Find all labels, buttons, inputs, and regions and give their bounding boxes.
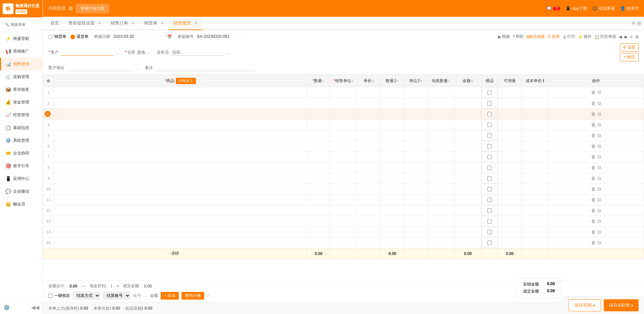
sidebar-item-sales[interactable]: 📊 销售管理 [0,58,43,70]
gift-checkbox-13[interactable] [487,219,492,224]
address-select-icon[interactable]: ... [136,65,140,71]
scan-input-button[interactable]: 扫码录入 [176,78,196,84]
tab-close-sales-return[interactable]: ✕ [194,21,198,25]
sidebar-item-app[interactable]: 📱 应用中心 [0,172,43,185]
delete-row-icon-10[interactable]: 🗑 [591,186,596,192]
th-amount[interactable]: 金额⇅ [454,75,481,87]
gift-checkbox-6[interactable] [487,144,492,148]
gift-checkbox-7[interactable] [487,155,492,159]
gift-checkbox-3[interactable] [487,112,492,116]
sidebar-item-system[interactable]: ⚙️ 系统管理 [0,134,43,147]
copy-row-icon-7[interactable]: ⧉ [598,154,601,160]
sidebar-item-operation[interactable]: 📈 经营管理 [0,109,43,121]
delete-row-icon-11[interactable]: 🗑 [591,197,596,203]
remark-input[interactable] [155,65,256,71]
sidebar-collapse-button[interactable]: ◀◀ [31,304,39,311]
warehouse-select-icon[interactable]: ... [147,50,151,55]
delete-row-icon-14[interactable]: 🗑 [591,229,596,235]
th-quantity2[interactable]: 数量2⇅ [381,75,404,87]
tab-price-setting[interactable]: 售价提取设置 ✕ [64,17,106,30]
copy-row-icon-6[interactable]: ⧉ [598,143,601,149]
th-gear[interactable]: ⚙ [43,75,54,87]
delete-row-icon-7[interactable]: 🗑 [591,154,596,160]
th-package-qty[interactable]: 包装数量⇅ [428,75,454,87]
gift-checkbox-2[interactable] [487,101,492,106]
add-payment-button[interactable]: + 添加 [161,292,179,300]
delete-row-icon-3[interactable]: 🗑 [591,111,596,117]
copy-row-icon-10[interactable]: ⧉ [598,186,601,192]
add-logistics-btn[interactable]: + 物流 [620,53,639,61]
tab-close-all-button[interactable]: ✕ [631,20,636,26]
tab-close-sales-delivery[interactable]: ✕ [161,21,164,25]
gift-checkbox-14[interactable] [487,230,492,234]
copy-row-icon-8[interactable]: ⧉ [598,165,601,171]
copy-row-icon-15[interactable]: ⧉ [598,240,601,246]
radio-return[interactable]: 退货单 [70,34,89,40]
gift-checkbox-10[interactable] [487,187,492,191]
th-unit-price[interactable]: 单价⇅ [357,75,381,87]
gift-checkbox-9[interactable] [487,176,492,181]
print-btn-toolbar[interactable]: 🖨 打印 [562,34,575,40]
delete-row-icon-8[interactable]: 🗑 [591,165,596,171]
add-row-button[interactable]: + [45,111,51,117]
onepay-checkbox[interactable] [48,294,53,298]
sidebar-settings-button[interactable]: ⚙️ [3,304,10,311]
th-sales-unit[interactable]: *销售单位⇅ [330,75,357,87]
copy-row-icon-1[interactable]: ⧉ [598,89,601,95]
delete-row-icon-6[interactable]: 🗑 [591,143,596,149]
tab-home[interactable]: 首页 [46,17,64,30]
tab-sales-return[interactable]: 销货退货 ✕ [169,17,202,30]
experience-btn[interactable]: 体验行业方案 [76,4,109,13]
delete-row-icon-1[interactable]: 🗑 [591,89,596,95]
next-btn[interactable]: ▶ [625,35,628,39]
salesperson-input[interactable] [171,49,224,56]
date-input[interactable] [112,34,165,40]
th-quantity[interactable]: *数量⇅ [307,75,330,87]
gift-checkbox-4[interactable] [487,123,492,127]
select-btn[interactable]: ☰ 选单 [547,34,560,40]
address-input[interactable] [66,65,133,71]
video-btn[interactable]: ▶ 视频 [498,34,510,40]
online-service-item[interactable]: 🎧 在线客服 [592,6,615,11]
copy-row-icon-5[interactable]: ⧉ [598,133,601,138]
copy-row-icon-9[interactable]: ⧉ [598,176,601,181]
help-btn[interactable]: ? 帮助 [513,34,524,40]
sidebar-item-inventory[interactable]: 📦 库存核算 [0,83,43,96]
sidebar-item-purchase[interactable]: 🛒 采购管理 [0,70,43,83]
copy-row-icon-4[interactable]: ⧉ [598,122,601,128]
th-unit2[interactable]: 单位2⇅ [404,75,428,87]
delete-row-icon-5[interactable]: 🗑 [591,133,596,138]
delete-row-icon-2[interactable]: 🗑 [591,101,596,106]
tab-close-sales-order[interactable]: ✕ [131,21,135,25]
delete-row-icon-13[interactable]: 🗑 [591,218,596,224]
gift-checkbox-15[interactable] [487,241,492,245]
search-menu-button[interactable]: 🔍 搜索菜单 [3,20,40,29]
product-input-row3[interactable] [55,112,305,116]
header-settings-button[interactable]: ⚙ [68,5,73,12]
sidebar-item-enterprise[interactable]: 🤝 企业协同 [0,147,43,160]
tab-close-price-setting[interactable]: ✕ [98,21,101,25]
sidebar-item-finance[interactable]: 💰 资金管理 [0,96,43,109]
delete-row-icon-9[interactable]: 🗑 [591,176,596,181]
gift-checkbox-11[interactable] [487,198,492,202]
delete-row-icon-15[interactable]: 🗑 [591,240,596,246]
settings-panel-btn[interactable]: ⚙ 设置 [620,43,639,52]
settlement-method-select[interactable]: 结算方式 [73,292,100,300]
user-profile-item[interactable]: 👤 徐泽华 [620,6,639,11]
gift-checkbox-12[interactable] [487,208,492,213]
accounting-method-select[interactable]: 结算账号 [103,292,130,300]
copy-row-icon-11[interactable]: ⧉ [598,197,601,203]
tab-sales-delivery[interactable]: 销货单 ✕ [140,17,169,30]
sidebar-item-guide[interactable]: 🎯 新手引导 [0,160,43,172]
copy-row-icon-12[interactable]: ⧉ [598,208,601,213]
history-btn[interactable]: 📋 历史单据 [594,34,616,40]
customer-select-icon[interactable]: ... [116,50,120,55]
prev-btn[interactable]: ◀ [619,35,622,39]
delete-row-icon-12[interactable]: 🗑 [591,208,596,213]
copy-row-icon-3[interactable]: ⧉ [598,111,601,117]
grid-view-btn[interactable]: ⊞ [635,35,639,39]
sidebar-item-marketing[interactable]: 📢 营销推广 [0,45,43,58]
copy-row-icon-2[interactable]: ⧉ [598,101,601,106]
sidebar-item-shortcut[interactable]: ⚡ 快捷导航 [0,32,43,45]
customer-input[interactable] [61,49,114,56]
